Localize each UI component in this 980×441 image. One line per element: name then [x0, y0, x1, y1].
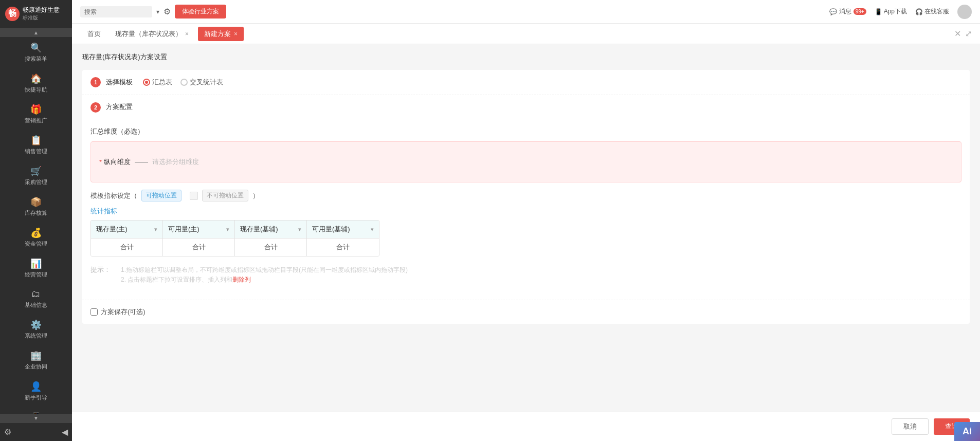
- messages-label: 消息: [839, 7, 851, 16]
- stats-col-3-dropdown[interactable]: ▾: [371, 226, 374, 233]
- draggable-badge: 可拖动位置: [141, 190, 182, 201]
- sidebar-scroll-down[interactable]: ▼: [0, 414, 72, 422]
- tab-home-label: 首页: [87, 29, 101, 39]
- topbar-gear-icon[interactable]: ⚙: [164, 7, 171, 16]
- ai-floating-button[interactable]: Ai: [954, 422, 980, 441]
- settings-bottom-icon[interactable]: ⚙: [4, 427, 11, 437]
- sidebar-item-label: 资金管理: [25, 240, 47, 248]
- stats-cell-0-1: 合计: [163, 238, 235, 256]
- radio-summary-circle: [143, 79, 150, 86]
- sidebar-item-quick-nav[interactable]: 🏠 快捷导航: [0, 68, 72, 99]
- online-service-button[interactable]: 🎧 在线客服: [915, 7, 949, 16]
- tab-new-close[interactable]: ×: [234, 30, 238, 38]
- app-name: 畅康通好生意: [23, 6, 60, 14]
- sidebar-item-label: 搜索菜单: [25, 55, 47, 63]
- page-title: 现存量(库存状况表)方案设置: [82, 52, 970, 62]
- indicator-settings-label: 模板指标设定（: [90, 191, 137, 200]
- save-label: 方案保存(可选): [101, 307, 146, 317]
- app-download-label: App下载: [884, 7, 907, 16]
- search-icon: 🔍: [30, 42, 42, 53]
- collapse-icon[interactable]: ◀: [62, 427, 68, 437]
- dimension-required-mark: *: [99, 158, 102, 166]
- non-draggable-icon: [190, 192, 198, 200]
- cancel-button[interactable]: 取消: [892, 418, 929, 435]
- radio-cross[interactable]: 交叉统计表: [180, 78, 223, 87]
- save-checkbox[interactable]: [90, 308, 98, 316]
- sidebar: 畅 畅康通好生意 标准版 ▲ 🔍 搜索菜单 🏠 快捷导航 🎁 营销推广 📋 销售…: [0, 0, 72, 441]
- sidebar-item-finance[interactable]: 💰 资金管理: [0, 222, 72, 253]
- app-edition: 标准版: [23, 14, 60, 22]
- radio-summary-label: 汇总表: [152, 78, 172, 87]
- app-download-button[interactable]: 📱 App下载: [875, 7, 907, 16]
- tab-home[interactable]: 首页: [80, 24, 108, 44]
- expand-panel-button[interactable]: ⤢: [965, 29, 972, 39]
- step2-content: 汇总维度（必选） * 纵向维度 —— 请选择分组维度 模板指标设定（ 可拖动位置…: [82, 120, 970, 300]
- close-panel-button[interactable]: ✕: [954, 29, 961, 39]
- tab-inventory-label: 现存量（库存状况表）: [115, 29, 182, 39]
- stats-col-2[interactable]: 现存量(基辅) ▾: [235, 220, 307, 238]
- search-input[interactable]: [80, 6, 152, 17]
- template-radio-group: 汇总表 交叉统计表: [143, 78, 223, 87]
- sidebar-item-enterprise[interactable]: 🏢 企业协同: [0, 345, 72, 376]
- info-icon: 🗂: [31, 289, 41, 300]
- avatar: [957, 5, 972, 19]
- sidebar-item-inventory[interactable]: 📦 库存核算: [0, 191, 72, 222]
- sidebar-scroll-up[interactable]: ▲: [0, 28, 72, 37]
- sidebar-item-label: 库存核算: [25, 209, 47, 217]
- step1-row: 1 选择模板 汇总表 交叉统计表: [82, 70, 970, 95]
- stats-col-1-dropdown[interactable]: ▾: [226, 226, 229, 233]
- sidebar-item-label: 企业协同: [25, 363, 47, 371]
- industry-btn[interactable]: 体验行业方案: [175, 5, 226, 19]
- sidebar-item-operations[interactable]: 📊 经营管理: [0, 253, 72, 284]
- stats-table-row-0: 合计 合计 合计 合计: [91, 238, 379, 256]
- dimension-placeholder: 请选择分组维度: [152, 157, 199, 167]
- tip-item-1-text: 2. 点击标题栏下拉可设置排序、插入列和: [121, 276, 232, 283]
- radio-summary[interactable]: 汇总表: [143, 78, 172, 87]
- stats-col-3[interactable]: 可用量(基辅) ▾: [307, 220, 379, 238]
- sidebar-item-new-user[interactable]: 👤 新手引导: [0, 376, 72, 407]
- page-content: 现存量(库存状况表)方案设置 1 选择模板 汇总表 交叉统计表: [72, 44, 980, 412]
- messages-button[interactable]: 💬 消息 99+: [829, 7, 866, 16]
- tabs-bar: 首页 现存量（库存状况表） × 新建方案 × ✕ ⤢: [72, 24, 980, 44]
- sidebar-item-app-center[interactable]: 📱 应用中心: [0, 407, 72, 414]
- user-profile[interactable]: [957, 5, 972, 19]
- tab-inventory-status[interactable]: 现存量（库存状况表） ×: [108, 24, 196, 44]
- radio-cross-circle: [180, 79, 188, 86]
- tab-new-scheme[interactable]: 新建方案 ×: [198, 27, 244, 41]
- step2-num: 2: [90, 102, 101, 113]
- indicator-settings-end: ）: [252, 191, 259, 200]
- sidebar-item-search[interactable]: 🔍 搜索菜单: [0, 37, 72, 68]
- stats-col-1[interactable]: 可用量(主) ▾: [163, 220, 235, 238]
- box-icon: 📦: [30, 196, 42, 208]
- radio-cross-label: 交叉统计表: [190, 78, 223, 87]
- stats-col-0-label: 现存量(主): [96, 225, 128, 234]
- dimension-title: 汇总维度（必选）: [90, 127, 961, 136]
- stats-cell-0-2: 合计: [235, 238, 307, 256]
- stats-col-0-dropdown[interactable]: ▾: [154, 226, 157, 233]
- stats-col-0[interactable]: 现存量(主) ▾: [91, 220, 163, 238]
- save-row: 方案保存(可选): [82, 300, 970, 324]
- sidebar-item-marketing[interactable]: 🎁 营销推广: [0, 99, 72, 130]
- stats-cell-0-0: 合计: [91, 238, 163, 256]
- stats-col-1-label: 可用量(主): [168, 225, 199, 234]
- dimension-area[interactable]: * 纵向维度 —— 请选择分组维度: [90, 141, 961, 182]
- step1-label: 选择模板: [106, 78, 133, 87]
- sidebar-item-label: 营销推广: [25, 117, 47, 124]
- step2-header-row: 2 方案配置: [82, 95, 970, 120]
- phone-icon: 📱: [875, 8, 882, 15]
- sidebar-item-purchase[interactable]: 🛒 采购管理: [0, 160, 72, 191]
- sidebar-item-label: 系统管理: [25, 332, 47, 340]
- search-dropdown-button[interactable]: ▾: [156, 8, 159, 15]
- money-icon: 💰: [30, 227, 42, 238]
- sidebar-item-sales[interactable]: 📋 销售管理: [0, 130, 72, 160]
- sidebar-item-label: 新手引导: [25, 394, 47, 401]
- sidebar-item-system[interactable]: ⚙️ 系统管理: [0, 314, 72, 345]
- radio-summary-dot: [145, 81, 148, 84]
- stats-section: 统计指标 现存量(主) ▾ 可用量(主) ▾: [90, 207, 961, 258]
- sidebar-item-basic-info[interactable]: 🗂 基础信息: [0, 284, 72, 314]
- tip-item-1: 2. 点击标题栏下拉可设置排序、插入列和删除列: [121, 275, 408, 284]
- footer: 取消 查询: [72, 412, 980, 441]
- scheme-section: 1 选择模板 汇总表 交叉统计表 2: [82, 70, 970, 324]
- stats-col-2-dropdown[interactable]: ▾: [298, 226, 301, 233]
- tab-inventory-close[interactable]: ×: [185, 30, 189, 38]
